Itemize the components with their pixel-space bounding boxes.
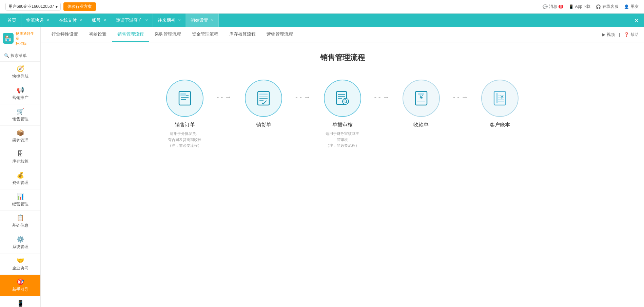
new-guide-label: 新手引导	[12, 287, 28, 292]
nav-tab-payment-close[interactable]: ✕	[79, 14, 82, 27]
video-help[interactable]: ▶ 视频	[602, 32, 615, 38]
sidebar-item-basic-info[interactable]: 📋 基础信息	[0, 211, 40, 232]
nav-tab-home[interactable]: 首页	[3, 14, 21, 27]
sales-icon: 🛒	[17, 108, 24, 115]
sub-tab-inventory-flow[interactable]: 库存核算流程	[224, 27, 261, 42]
marketing-icon: 📢	[17, 86, 24, 94]
sub-tab-finance-flow[interactable]: 资金管理流程	[187, 27, 224, 42]
help-icon: ❓	[624, 32, 629, 37]
nav-tab-invite[interactable]: 邀请下游客户 ✕	[111, 14, 153, 27]
user-selector[interactable]: 用户690企业1660120507 ▾	[5, 3, 61, 11]
sales-order-circle	[166, 80, 203, 117]
main-layout: 🏪 畅康通好生意 标准版 🔍 搜索菜单 🧭 快捷导航 📢 营销推广 🛒 销售管理…	[0, 27, 644, 307]
online-service-label: 在线客服	[602, 4, 619, 9]
nav-tab-account[interactable]: 账号 ✕	[87, 14, 111, 27]
finance-icon: 💰	[17, 171, 24, 179]
purchase-label: 采购管理	[12, 138, 28, 143]
user-menu-item[interactable]: 👤 用友	[624, 4, 639, 9]
quick-nav-label: 快捷导航	[12, 74, 28, 79]
sales-invoice-circle	[245, 80, 282, 117]
purchase-icon: 📦	[17, 129, 24, 137]
marketing-label: 营销推广	[12, 95, 28, 101]
nav-tab-logistics-close[interactable]: ✕	[46, 14, 49, 27]
sidebar-item-app-center[interactable]: 📱 应用中心	[0, 296, 40, 307]
nav-tab-init[interactable]: 初始设置 ✕	[186, 14, 219, 27]
search-menu[interactable]: 🔍 搜索菜单	[0, 50, 40, 62]
flow-step-sales-invoice: 销货单	[233, 80, 294, 131]
flow-step-sales-order: 销售订单 适用于分批发货、有合同发货周期较长（注：非必要流程）	[154, 80, 215, 149]
finance-label: 资金管理	[12, 180, 28, 186]
nav-tabs: 首页 物流快递 ✕ 在线支付 ✕ 账号 ✕ 邀请下游客户 ✕ 往来期初 ✕ 初始…	[0, 14, 644, 27]
operations-icon: 📊	[17, 193, 24, 200]
app-download-item[interactable]: 📱 App下载	[569, 4, 590, 9]
message-label: 消息	[549, 4, 557, 9]
sub-tab-init[interactable]: 初始设置	[83, 27, 112, 42]
nav-tab-period[interactable]: 往来期初 ✕	[153, 14, 186, 27]
main-content: 行业特性设置 初始设置 销售管理流程 采购管理流程 资金管理流程 库存核算流程	[41, 27, 644, 307]
enterprise-icon: 🤝	[17, 257, 24, 264]
user-label: 用户690企业1660120507	[8, 4, 54, 9]
message-item[interactable]: 💬 消息 6	[543, 4, 563, 9]
nav-tab-invite-close[interactable]: ✕	[145, 14, 148, 27]
top-bar-right: 💬 消息 6 📱 App下载 🎧 在线客服 👤 用友	[543, 4, 639, 9]
user-menu-label: 用友	[630, 4, 639, 9]
arrow-icon-3: - - →	[374, 93, 389, 101]
try-btn[interactable]: 体验行业方案	[63, 2, 96, 11]
video-icon: ▶	[602, 32, 605, 37]
sidebar-item-new-guide[interactable]: 🎯 新手引导	[0, 275, 40, 296]
doc-review-name: 单据审核	[332, 122, 353, 128]
online-service-item[interactable]: 🎧 在线客服	[596, 4, 619, 9]
flow-arrow-4: - - →	[452, 80, 469, 101]
avatar-icon: 👤	[624, 4, 629, 9]
sub-tab-marketing-flow[interactable]: 营销管理流程	[261, 27, 298, 42]
sales-label: 销售管理	[12, 116, 28, 122]
customer-ledger-name: 客户账本	[490, 122, 510, 128]
basic-info-label: 基础信息	[12, 223, 28, 228]
nav-tab-logistics-label: 物流快递	[26, 14, 44, 27]
flow-step-doc-review: 单据审核 适用于财务审核或主管审核（注：非必要流程）	[312, 80, 373, 149]
sidebar-item-inventory[interactable]: 🗄 库存核算	[0, 147, 40, 168]
sidebar-item-system[interactable]: ⚙️ 系统管理	[0, 232, 40, 253]
page-body: 销售管理流程 销售订单 适用于分批发货、有合同发货周期较长（	[41, 42, 644, 307]
nav-tab-account-label: 账号	[92, 14, 101, 27]
nav-tab-period-close[interactable]: ✕	[178, 14, 181, 27]
sales-order-name: 销售订单	[175, 122, 195, 128]
sub-tab-purchase-flow[interactable]: 采购管理流程	[149, 27, 187, 42]
nav-tab-init-close[interactable]: ✕	[211, 14, 214, 27]
flow-diagram: 销售订单 适用于分批发货、有合同发货周期较长（注：非必要流程） - - →	[54, 80, 630, 149]
sidebar-item-finance[interactable]: 💰 资金管理	[0, 168, 40, 189]
search-icon: 🔍	[4, 53, 9, 58]
customer-ledger-circle: ¥	[481, 80, 519, 117]
dropdown-icon: ▾	[56, 4, 58, 9]
sidebar-item-enterprise[interactable]: 🤝 企业协同	[0, 253, 40, 275]
nav-tab-account-close[interactable]: ✕	[103, 14, 106, 27]
receipt-circle: ¥	[403, 80, 440, 117]
basic-info-icon: 📋	[17, 214, 24, 222]
sidebar-item-operations[interactable]: 📊 经营管理	[0, 189, 40, 211]
nav-tab-invite-label: 邀请下游客户	[116, 14, 142, 27]
headset-icon: 🎧	[596, 4, 601, 9]
quick-nav-icon: 🧭	[17, 65, 24, 73]
message-badge: 6	[559, 5, 563, 8]
sub-tabs-left: 行业特性设置 初始设置 销售管理流程 采购管理流程 资金管理流程 库存核算流程	[46, 27, 298, 42]
nav-tab-payment[interactable]: 在线支付 ✕	[54, 14, 87, 27]
sales-order-desc: 适用于分批发货、有合同发货周期较长（注：非必要流程）	[168, 131, 201, 149]
sidebar-item-sales[interactable]: 🛒 销售管理	[0, 104, 40, 126]
new-guide-icon: 🎯	[17, 278, 24, 286]
nav-close-all[interactable]: ✕	[631, 17, 641, 24]
sub-tab-industry[interactable]: 行业特性设置	[46, 27, 83, 42]
sidebar-item-purchase[interactable]: 📦 采购管理	[0, 126, 40, 147]
text-help[interactable]: ❓ 帮助	[624, 32, 639, 38]
flow-arrow-2: - - →	[294, 80, 312, 101]
sidebar: 🏪 畅康通好生意 标准版 🔍 搜索菜单 🧭 快捷导航 📢 营销推广 🛒 销售管理…	[0, 27, 41, 307]
sub-tab-sales-flow[interactable]: 销售管理流程	[112, 27, 149, 42]
nav-tab-logistics[interactable]: 物流快递 ✕	[21, 14, 54, 27]
top-bar: 用户690企业1660120507 ▾ 体验行业方案 💬 消息 6 📱 App下…	[0, 0, 644, 14]
sidebar-item-marketing[interactable]: 📢 营销推广	[0, 83, 40, 104]
top-bar-left: 用户690企业1660120507 ▾ 体验行业方案	[5, 2, 96, 11]
page-title: 销售管理流程	[54, 53, 630, 63]
svg-rect-22	[496, 93, 498, 103]
system-label: 系统管理	[12, 244, 28, 250]
flow-arrow-1: - - →	[215, 80, 233, 101]
sidebar-item-quick-nav[interactable]: 🧭 快捷导航	[0, 62, 40, 83]
